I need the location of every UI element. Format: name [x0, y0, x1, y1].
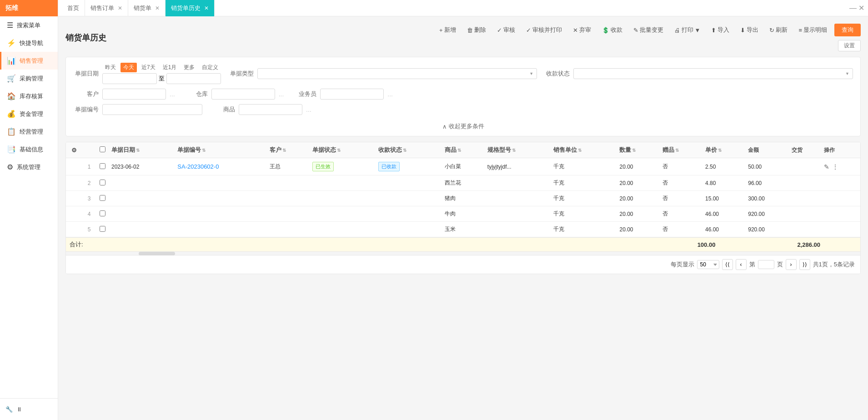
row-checkbox[interactable] [100, 226, 105, 232]
export-button[interactable]: ⬇ 导出 [737, 24, 762, 36]
sidebar-item-finance[interactable]: 💰 资金管理 [0, 105, 58, 123]
sort-doc-date[interactable]: 单据日期 [111, 146, 172, 154]
sidebar-item-inventory[interactable]: 🏠 库存核算 [0, 87, 58, 105]
gear-icon[interactable]: ⚙ [71, 147, 77, 154]
row-checkbox[interactable] [100, 180, 105, 185]
row-checkbox[interactable] [100, 163, 105, 169]
tab-sales-order[interactable]: 销售订单 ✕ [85, 0, 128, 16]
tab-sales-delivery[interactable]: 销货单 ✕ [128, 0, 166, 16]
show-detail-button[interactable]: ≡ 显示明细 [795, 24, 831, 36]
sidebar-item-quick-nav[interactable]: ⚡ 快捷导航 [0, 34, 58, 52]
new-button[interactable]: + 新增 [436, 24, 460, 36]
date-tab-more[interactable]: 更多 [181, 63, 197, 72]
date-tab-today[interactable]: 今天 [120, 63, 137, 72]
batch-change-icon: ✎ [633, 27, 638, 34]
row-gift: 否 [660, 175, 702, 191]
warehouse-more-icon[interactable]: ... [279, 90, 284, 98]
customer-input[interactable] [102, 89, 166, 100]
abandon-icon: ✕ [573, 27, 578, 34]
customer-more-icon[interactable]: ... [170, 90, 175, 98]
sidebar-bottom: 🔧 ⏸ [0, 398, 58, 420]
row-checkbox[interactable] [100, 210, 105, 216]
date-tab-month[interactable]: 近1月 [160, 63, 180, 72]
doc-num-label: 单据编号 [73, 105, 99, 114]
print-dropdown-icon: ▼ [695, 27, 701, 34]
row-spec: tyjyjtyjdf... [485, 158, 551, 175]
tab-close-sales-delivery[interactable]: ✕ [155, 5, 160, 11]
goods-input[interactable] [239, 104, 302, 115]
first-page-button[interactable]: ⟨⟨ [722, 259, 733, 270]
date-tab-yesterday[interactable]: 昨天 [102, 63, 119, 72]
sort-doc-num[interactable]: 单据编号 [177, 146, 264, 154]
th-unit: 销售单位 [551, 142, 617, 158]
sort-goods[interactable]: 商品 [445, 146, 482, 154]
salesperson-input[interactable] [320, 89, 384, 100]
scrollbar-thumb[interactable] [139, 252, 175, 255]
delete-button[interactable]: 🗑 删除 [463, 24, 490, 36]
tab-close-sales-order[interactable]: ✕ [118, 5, 122, 11]
sidebar-item-purchase-mgmt[interactable]: 🛒 采购管理 [0, 70, 58, 87]
sidebar: 拓维 ☰ 搜索菜单 ⚡ 快捷导航 📊 销售管理 🛒 采购管理 🏠 库存核算 💰 … [0, 0, 58, 420]
date-tab-custom[interactable]: 自定义 [199, 63, 221, 72]
print-button[interactable]: 🖨 打印 ▼ [671, 24, 704, 36]
doc-num-input[interactable] [102, 104, 202, 115]
prev-page-button[interactable]: ‹ [736, 259, 747, 270]
refresh-button[interactable]: ↻ 刷新 [766, 24, 791, 36]
select-all-checkbox[interactable] [100, 146, 105, 152]
th-goods: 商品 [442, 142, 485, 158]
sort-customer[interactable]: 客户 [270, 146, 307, 154]
import-button[interactable]: ⬆ 导入 [707, 24, 733, 36]
date-tab-week[interactable]: 近7天 [139, 63, 158, 72]
sidebar-settings[interactable]: 🔧 ⏸ [0, 402, 58, 416]
window-minimize-icon[interactable]: — [849, 4, 857, 12]
pay-status-badge: 已收款 [378, 162, 400, 171]
doc-num-link[interactable]: SA-20230602-0 [177, 163, 219, 170]
table-row: 4 牛肉 千克 20.00 否 46.00 920.00 [66, 206, 860, 222]
last-page-button[interactable]: ⟩⟩ [799, 259, 810, 270]
sort-gift[interactable]: 赠品 [662, 146, 700, 154]
collect-button[interactable]: 💲 收款 [598, 24, 626, 36]
warehouse-input[interactable] [211, 89, 275, 100]
new-icon: + [439, 27, 443, 34]
collapse-filter-btn[interactable]: ∧ 收起更多条件 [73, 120, 853, 130]
page-number-input[interactable]: 1 [758, 260, 774, 269]
sidebar-item-operations[interactable]: 📋 经营管理 [0, 123, 58, 140]
date-to-input[interactable]: 2023-06-02 [166, 73, 221, 84]
refresh-icon: ↻ [769, 27, 774, 34]
audit-print-button[interactable]: ✓ 审核并打印 [522, 24, 566, 36]
more-icon[interactable]: ⋮ [832, 163, 838, 170]
audit-button[interactable]: ✓ 审核 [493, 24, 519, 36]
sort-spec[interactable]: 规格型号 [487, 146, 548, 154]
window-close-icon[interactable]: ✕ [858, 4, 864, 12]
doc-type-select[interactable] [257, 68, 537, 79]
batch-change-button[interactable]: ✎ 批量变更 [630, 24, 667, 36]
sidebar-item-system-mgmt[interactable]: ⚙ 系统管理 [0, 158, 58, 176]
sidebar-item-search-menu[interactable]: ☰ 搜索菜单 [0, 16, 58, 34]
sort-doc-status[interactable]: 单据状态 [312, 146, 373, 154]
quick-nav-icon: ⚡ [7, 39, 16, 47]
next-page-button[interactable]: › [786, 259, 797, 270]
page-size-select[interactable]: 50 100 [697, 260, 719, 269]
goods-more-icon[interactable]: ... [306, 106, 311, 113]
edit-icon[interactable]: ✎ [824, 163, 829, 170]
payment-status-select[interactable] [573, 68, 853, 79]
sidebar-item-sales-mgmt[interactable]: 📊 销售管理 [0, 52, 58, 70]
sort-quantity[interactable]: 数量 [619, 146, 657, 154]
sidebar-item-basic-info[interactable]: 📑 基础信息 [0, 140, 58, 158]
sort-pay-status[interactable]: 收款状态 [378, 146, 439, 154]
data-table-card: ⚙ 单据日期 单据编号 客户 [65, 142, 861, 274]
sort-unit[interactable]: 销售单位 [553, 146, 614, 154]
row-checkbox[interactable] [100, 195, 105, 201]
row-gift: 否 [660, 158, 702, 175]
settings-button[interactable]: 设置 [838, 40, 861, 51]
abandon-button[interactable]: ✕ 弃审 [569, 24, 595, 36]
salesperson-more-icon[interactable]: ... [387, 90, 393, 98]
tab-sales-history[interactable]: 销货单历史 ✕ [166, 0, 215, 16]
tab-home[interactable]: 首页 [62, 0, 85, 16]
settings-icon: 🔧 [5, 406, 13, 413]
date-from-input[interactable]: 2023-06-02 [102, 73, 157, 84]
query-button[interactable]: 查询 [834, 24, 861, 36]
sort-unit-price[interactable]: 单价 [705, 146, 743, 154]
tab-close-sales-history[interactable]: ✕ [204, 5, 209, 11]
horizontal-scrollbar[interactable] [66, 251, 860, 255]
